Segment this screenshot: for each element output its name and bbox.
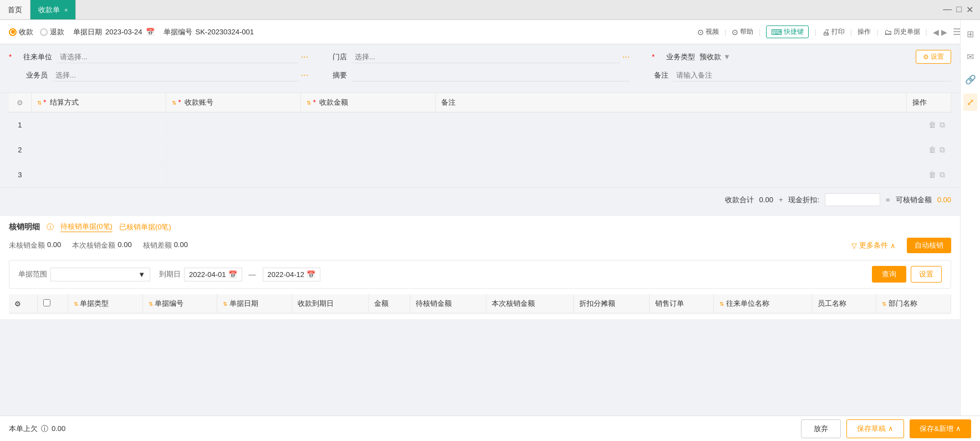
- refund-radio-circle: [40, 28, 48, 36]
- settings-btn[interactable]: ⚙ 设置: [916, 50, 951, 64]
- salesperson-more-btn[interactable]: ···: [301, 70, 308, 80]
- remark-2[interactable]: [436, 137, 907, 162]
- date-filter: 到期日 2022-04-01 📅 — 2022-04-12 📅: [159, 268, 320, 281]
- minimize-btn[interactable]: —: [943, 4, 952, 15]
- pending-tab[interactable]: 待核销单据(0笔): [60, 222, 113, 232]
- next-arrow[interactable]: ▶: [941, 28, 947, 37]
- bt-due-col: 收款到期日: [292, 294, 368, 314]
- done-tab[interactable]: 已核销单据(0笔): [119, 222, 171, 232]
- salesperson-input[interactable]: [52, 69, 299, 81]
- help-btn[interactable]: ⊙ 帮助: [732, 27, 753, 37]
- table-row: 3 🗑 ⧉: [9, 162, 951, 187]
- bt-partner-col: ⇅ 往来单位名称: [714, 294, 811, 314]
- salesperson-field: 业务员 ···: [9, 69, 308, 81]
- business-type-arrow[interactable]: ▼: [723, 53, 731, 61]
- chevron-up-icon: ∧: [890, 242, 896, 250]
- uncancelled-label: 未核销金额: [9, 240, 45, 250]
- history-icon: 🗂: [884, 28, 892, 37]
- shop-more-btn[interactable]: ···: [622, 52, 630, 62]
- shop-input[interactable]: [351, 51, 620, 63]
- refund-radio[interactable]: 退款: [40, 27, 64, 37]
- close-btn[interactable]: ✕: [966, 4, 973, 15]
- amount-3[interactable]: [301, 162, 436, 187]
- amount-2[interactable]: [301, 137, 436, 162]
- tab-home[interactable]: 首页: [0, 0, 30, 19]
- bt-employee-col: 员工名称: [811, 294, 876, 314]
- tab-current[interactable]: 收款单 ×: [30, 0, 76, 19]
- bt-date-label: 单据日期: [229, 299, 258, 307]
- partner-more-btn[interactable]: ···: [301, 52, 308, 62]
- more-conditions-label: 更多条件: [859, 240, 888, 250]
- table-section: ⚙ ⇅ * 结算方式 ⇅ * 收款账号 ⇅ * 收款: [0, 93, 960, 187]
- available-value: 0.00: [937, 196, 951, 204]
- remark-3[interactable]: [436, 162, 907, 187]
- current-cancel-item: 本次核销金额 0.00: [72, 240, 131, 250]
- window-controls: — □ ✕: [943, 4, 980, 15]
- prev-arrow[interactable]: ◀: [933, 28, 939, 37]
- sidebar-attach-icon[interactable]: 🔗: [962, 71, 979, 88]
- bt-pending-col: 待核销金额: [410, 294, 486, 314]
- list-view-icon[interactable]: ☰: [953, 27, 961, 37]
- discount-input[interactable]: [825, 193, 880, 206]
- history-btn[interactable]: 🗂 历史单据: [884, 27, 920, 37]
- account-3[interactable]: [166, 162, 300, 187]
- detail-header: 核销明细 ⓘ 待核销单据(0笔) 已核销单据(0笔): [9, 222, 951, 232]
- remark-input[interactable]: [673, 69, 951, 81]
- account-2[interactable]: [166, 137, 300, 162]
- date-to-picker[interactable]: 2022-04-12 📅: [263, 268, 321, 281]
- table-gear-icon[interactable]: ⚙: [17, 99, 23, 107]
- delete-icon-3[interactable]: 🗑: [928, 170, 936, 180]
- sidebar-table-icon[interactable]: ⊞: [963, 25, 977, 43]
- detail-info-icon: ⓘ: [47, 222, 54, 232]
- video-btn[interactable]: ⊙ 视频: [697, 27, 719, 37]
- print-btn[interactable]: 🖨 打印: [822, 27, 845, 37]
- copy-icon-2[interactable]: ⧉: [940, 145, 945, 155]
- receipt-radio[interactable]: 收款: [9, 27, 33, 37]
- sidebar-mail-icon[interactable]: ✉: [963, 48, 977, 65]
- video-icon: ⊙: [697, 28, 704, 37]
- range-select[interactable]: ▼: [50, 268, 150, 281]
- video-btn-label: 视频: [706, 27, 719, 37]
- summary-label: 摘要: [330, 70, 347, 80]
- auto-cancel-btn[interactable]: 自动核销: [907, 238, 951, 253]
- tab-close-btn[interactable]: ×: [64, 7, 68, 13]
- calendar-icon[interactable]: 📅: [146, 28, 155, 36]
- bt-gear-icon[interactable]: ⚙: [14, 300, 21, 308]
- partner-input[interactable]: [57, 51, 299, 63]
- more-conditions-btn[interactable]: ▽ 更多条件 ∧: [851, 240, 896, 250]
- due-date-label: 到期日: [159, 269, 181, 279]
- toolbar-actions: ⊙ 视频 | ⊙ 帮助 | ⌨ 快捷键 | 🖨 打印 | 操作 | 🗂 历史单据…: [697, 25, 971, 38]
- action-header: 操作: [912, 98, 927, 106]
- remark-1[interactable]: [436, 112, 907, 137]
- settlement-1[interactable]: [31, 112, 166, 137]
- delete-icon-2[interactable]: 🗑: [928, 145, 936, 155]
- bt-checkbox-col: [38, 294, 68, 314]
- shortcut-btn[interactable]: ⌨ 快捷键: [766, 25, 809, 38]
- receipt-type-group: 收款 退款: [9, 27, 64, 37]
- bt-type-label: 单据类型: [80, 299, 109, 307]
- date-from-picker[interactable]: 2022-04-01 📅: [184, 268, 242, 281]
- amount-1[interactable]: [301, 112, 436, 137]
- copy-icon-3[interactable]: ⧉: [940, 170, 945, 180]
- summary-input[interactable]: [351, 69, 630, 81]
- bt-select-all[interactable]: [43, 299, 50, 306]
- business-type-label: 业务类型: [656, 52, 695, 62]
- section-divider: [0, 212, 960, 216]
- delete-icon-1[interactable]: 🗑: [928, 120, 936, 130]
- table-row: 2 🗑 ⧉: [9, 137, 951, 162]
- filter-settings-btn[interactable]: 设置: [911, 266, 942, 283]
- account-1[interactable]: [166, 112, 300, 137]
- form-row-2: 业务员 ··· 摘要 备注: [9, 69, 951, 81]
- query-btn[interactable]: 查询: [872, 266, 906, 283]
- toolbar: 收款 退款 单据日期 2023-03-24 📅 单据编号 SK-20230324…: [0, 20, 980, 44]
- sidebar-expand-icon[interactable]: ⤢: [963, 94, 977, 111]
- row-num-1: 1: [9, 112, 31, 137]
- copy-icon-1[interactable]: ⧉: [940, 120, 945, 130]
- maximize-btn[interactable]: □: [956, 4, 962, 15]
- operate-btn[interactable]: 操作: [858, 27, 871, 37]
- settlement-2[interactable]: [31, 137, 166, 162]
- account-header: 收款账号: [185, 98, 213, 106]
- settlement-3[interactable]: [31, 162, 166, 187]
- bt-dept-label: 部门名称: [889, 299, 917, 307]
- date-value: 2023-03-24: [105, 28, 142, 36]
